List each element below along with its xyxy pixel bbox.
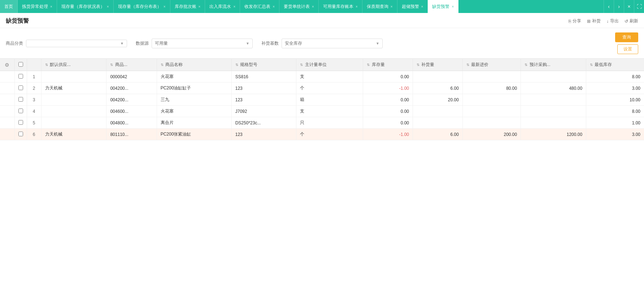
select-all-checkbox[interactable]: [18, 62, 23, 67]
row-spec-4: DS250*23c...: [231, 117, 296, 129]
tab-stock-dist[interactable]: 现存量（库存分布表） ×: [114, 0, 170, 13]
row-check-5[interactable]: [18, 132, 23, 136]
row-checkbox-5[interactable]: [14, 129, 27, 140]
tab-close-shortage[interactable]: ×: [452, 5, 454, 9]
row-latest-price-0: [462, 71, 521, 83]
tab-close-abnormal[interactable]: ×: [50, 5, 52, 9]
category-label: 商品分类: [6, 40, 23, 47]
col-header-min-stock: ⇅ 最低库存: [586, 59, 644, 71]
tab-batch[interactable]: 库存批次账 ×: [170, 0, 205, 13]
category-select[interactable]: ▼: [26, 40, 127, 47]
row-check-4[interactable]: [18, 120, 23, 125]
tab-order-stat[interactable]: 要货单统计表 ×: [279, 0, 319, 13]
refresh-icon: ↺: [625, 19, 628, 24]
table-row: 1 0000042 火花塞 SS816 支 0.00 8.00: [0, 71, 644, 83]
row-product-name-2: 三九: [157, 94, 231, 106]
row-checkbox-0[interactable]: [14, 71, 27, 83]
tab-abnormal[interactable]: 拣货异常处理 ×: [18, 0, 57, 13]
tab-expiry[interactable]: 保质期查询 ×: [362, 0, 397, 13]
row-latest-price-1: 80.00: [462, 83, 521, 94]
row-num-0: 1: [27, 71, 41, 83]
tab-prev-button[interactable]: ‹: [604, 0, 614, 13]
row-spec-1: 123: [231, 83, 296, 94]
replenish-base-value: 安全库存: [285, 40, 376, 47]
row-supplier-2: [41, 94, 106, 106]
tab-inout[interactable]: 出入库流水 ×: [205, 0, 240, 13]
row-replenish-qty-1: 6.00: [413, 83, 463, 94]
row-checkbox-2[interactable]: [14, 94, 27, 106]
tab-shortage[interactable]: 缺货预警 ×: [428, 0, 458, 13]
filter-bar: 商品分类 ▼ 数据源 可用量 ▼ 补货基数 安全库存 ▼ 查询 设置: [0, 28, 644, 58]
tab-overstock[interactable]: 超储预警 ×: [397, 0, 428, 13]
replenish-base-select[interactable]: 安全库存 ▼: [282, 39, 383, 48]
row-stock-5: -1.00: [363, 129, 413, 140]
category-filter-group: 商品分类 ▼: [6, 40, 127, 47]
row-check-1[interactable]: [18, 85, 23, 90]
tab-close-stock-dist[interactable]: ×: [164, 5, 166, 9]
sort-icon-spec: ⇅: [235, 63, 238, 67]
tab-close-overstock[interactable]: ×: [421, 5, 423, 9]
row-spec-2: 123: [231, 94, 296, 106]
tab-navigation: ‹ › × ⛶: [604, 0, 644, 13]
row-settings-4: [0, 117, 14, 129]
table-row: 2 力天机械 004200... PC200油缸缸子 123 个 -1.00 6…: [0, 83, 644, 94]
table-row: 5 004800... 离合片 DS250*23c... 只 0.00 1.00: [0, 117, 644, 129]
tab-close-available[interactable]: ×: [356, 5, 358, 9]
col-header-spec: ⇅ 规格型号: [231, 59, 296, 71]
row-min-stock-0: 8.00: [586, 71, 644, 83]
row-num-2: 3: [27, 94, 41, 106]
row-checkbox-3[interactable]: [14, 106, 27, 117]
export-action[interactable]: ↓ 导出: [606, 18, 619, 24]
row-min-stock-4: 1.00: [586, 117, 644, 129]
tab-available[interactable]: 可用量库存账本 ×: [319, 0, 362, 13]
row-num-5: 6: [27, 129, 41, 140]
datasource-select-value: 可用量: [155, 40, 246, 47]
table-body: 1 0000042 火花塞 SS816 支 0.00 8.00 2 力天机械 0…: [0, 71, 644, 140]
tab-close-inout[interactable]: ×: [233, 5, 235, 9]
tab-stock-status[interactable]: 现存量（库存状况表） ×: [57, 0, 114, 13]
tab-close-order-stat[interactable]: ×: [312, 5, 314, 9]
row-check-3[interactable]: [18, 109, 23, 113]
tab-close-expiry[interactable]: ×: [391, 5, 393, 9]
row-stock-2: 0.00: [363, 94, 413, 106]
settings-button[interactable]: 设置: [617, 44, 638, 54]
row-latest-price-3: [462, 106, 521, 117]
datasource-select[interactable]: 可用量 ▼: [152, 39, 253, 48]
sort-icon-product-code: ⇅: [110, 63, 113, 67]
row-unit-0: 支: [296, 71, 363, 83]
share-icon: ⎘: [569, 19, 571, 24]
row-spec-5: 123: [231, 129, 296, 140]
row-product-code-1: 004200...: [106, 83, 157, 94]
replenish-base-filter-group: 补货基数 安全库存 ▼: [261, 39, 383, 48]
tab-next-button[interactable]: ›: [614, 0, 624, 13]
tab-close-stock-status[interactable]: ×: [107, 5, 109, 9]
share-action[interactable]: ⎘ 分享: [569, 18, 581, 24]
refresh-action[interactable]: ↺ 刷新: [625, 18, 638, 24]
sort-icon-supplier: ⇅: [45, 63, 48, 67]
row-checkbox-1[interactable]: [14, 83, 27, 94]
row-check-2[interactable]: [18, 97, 23, 102]
tab-fullscreen-button[interactable]: ⛶: [634, 0, 644, 13]
datasource-label: 数据源: [136, 40, 149, 47]
query-button[interactable]: 查询: [615, 32, 638, 42]
row-settings-1: [0, 83, 14, 94]
row-stock-0: 0.00: [363, 71, 413, 83]
tab-collection[interactable]: 收发存汇总表 ×: [240, 0, 279, 13]
tab-close-batch[interactable]: ×: [199, 5, 201, 9]
column-settings-icon[interactable]: ⚙: [5, 62, 9, 68]
tab-home[interactable]: 首页: [0, 0, 18, 13]
filter-actions: 查询 设置: [615, 32, 638, 54]
row-check-0[interactable]: [18, 74, 23, 79]
row-supplier-5: 力天机械: [41, 129, 106, 140]
replenish-action[interactable]: ⊞ 补货: [587, 18, 601, 24]
tab-close-all-button[interactable]: ×: [624, 0, 634, 13]
col-header-settings: ⚙: [0, 59, 14, 71]
tab-close-collection[interactable]: ×: [273, 5, 275, 9]
row-product-code-3: 004600...: [106, 106, 157, 117]
row-replenish-qty-4: [413, 117, 463, 129]
col-header-latest-price: ⇅ 最新进价: [462, 59, 521, 71]
row-product-code-4: 004800...: [106, 117, 157, 129]
row-checkbox-4[interactable]: [14, 117, 27, 129]
row-settings-2: [0, 94, 14, 106]
main-content: 缺货预警 ⎘ 分享 ⊞ 补货 ↓ 导出 ↺ 刷新 商品分类: [0, 13, 644, 287]
